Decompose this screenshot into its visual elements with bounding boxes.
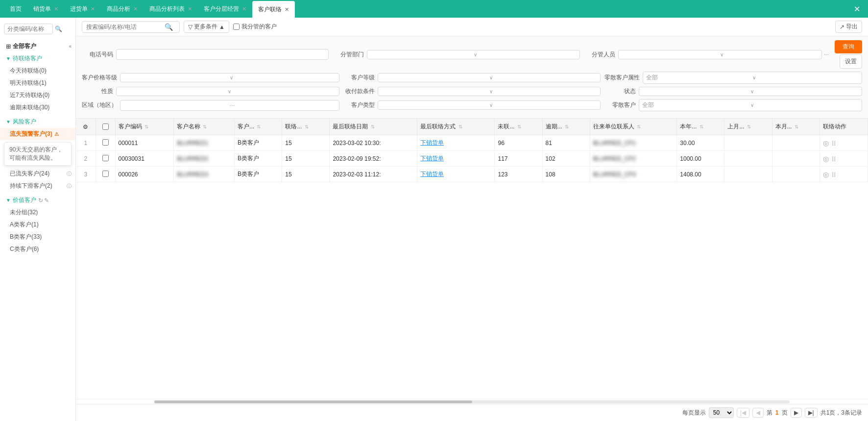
- more-conditions-btn[interactable]: ▽ 更多条件 ▲: [184, 21, 229, 33]
- sidebar-group-title-risk[interactable]: ▼ 风险客户: [0, 116, 75, 128]
- payment-select[interactable]: ∨: [378, 87, 601, 96]
- row-last-type[interactable]: 下销货单: [417, 151, 495, 167]
- col-header-this-month[interactable]: 本月... ⇅: [772, 119, 820, 135]
- manager-select[interactable]: ∨: [618, 50, 822, 59]
- retail-select[interactable]: 全部 ∨: [639, 99, 862, 111]
- col-header-contact-person[interactable]: 往来单位联系人 ⇅: [590, 119, 677, 135]
- query-button[interactable]: 查询: [835, 40, 862, 53]
- col-header-last-type[interactable]: 最后联络方式 ⇅: [417, 119, 495, 135]
- sidebar-group-title-value[interactable]: ▼ 价值客户 ↻ ✎: [0, 194, 75, 206]
- sidebar-item-today[interactable]: 今天待联络(0): [0, 65, 75, 77]
- tab-close-icon[interactable]: ✕: [285, 6, 289, 13]
- row-select-checkbox[interactable]: [102, 139, 109, 146]
- col-header-unlink[interactable]: 未联... ⇅: [495, 119, 542, 135]
- collapse-icon[interactable]: «: [69, 44, 72, 49]
- tab-home[interactable]: 首页: [4, 0, 27, 18]
- table-settings-icon[interactable]: ⚙: [83, 124, 88, 130]
- more-action-icon[interactable]: ⁞⁞: [832, 155, 836, 163]
- dept-select[interactable]: ∨: [367, 50, 579, 59]
- main-search-input[interactable]: [86, 24, 165, 30]
- sidebar-item-overdue[interactable]: 逾期未联络(30): [0, 101, 75, 114]
- sidebar-item-c-class[interactable]: C类客户(6): [0, 243, 75, 255]
- scrollbar-thumb[interactable]: [154, 400, 472, 403]
- sidebar-item-7days[interactable]: 近7天待联络(0): [0, 89, 75, 101]
- contact-icon[interactable]: ◎: [823, 139, 829, 147]
- row-last-type[interactable]: 下销货单: [417, 167, 495, 182]
- export-btn[interactable]: ↗ 导出: [835, 21, 862, 33]
- tab-purchase[interactable]: 进货单 ✕: [64, 0, 101, 18]
- col-header-name[interactable]: 客户名称 ⇅: [174, 119, 235, 135]
- col-header-last-date[interactable]: 最后联络日期 ⇅: [330, 119, 417, 135]
- tab-analysis[interactable]: 商品分析 ✕: [101, 0, 144, 18]
- sidebar-item-declining[interactable]: 持续下滑客户(2) ⓘ: [0, 180, 75, 192]
- tab-close-icon[interactable]: ✕: [91, 6, 95, 12]
- sidebar-item-lost[interactable]: 已流失客户(24) ⓘ: [0, 168, 75, 180]
- row-contact: 15: [282, 167, 330, 182]
- manager-more-btn[interactable]: ···: [822, 51, 831, 58]
- sidebar-item-lost-warning[interactable]: 流失预警客户(3) ⚠: [0, 128, 75, 140]
- sidebar-search-icon[interactable]: 🔍: [55, 25, 62, 32]
- sidebar-item-ungroup[interactable]: 未分组(32): [0, 206, 75, 219]
- contact-icon[interactable]: ◎: [823, 155, 829, 163]
- status-select[interactable]: ∨: [639, 87, 862, 96]
- region-select[interactable]: ···: [120, 100, 339, 111]
- chevron-down-icon: ∨: [228, 89, 336, 94]
- my-customers-checkbox-label[interactable]: 我分管的客户: [233, 23, 277, 31]
- tab-customer-layer[interactable]: 客户分层经营 ✕: [198, 0, 252, 18]
- last-page-btn[interactable]: ▶|: [805, 408, 818, 418]
- price-grade-select[interactable]: ∨: [120, 73, 339, 82]
- col-header-type[interactable]: 客户... ⇅: [235, 119, 282, 135]
- row-checkbox[interactable]: [96, 135, 115, 151]
- col-header-this-year[interactable]: 本年... ⇅: [677, 119, 724, 135]
- per-page-select[interactable]: 50 100: [709, 407, 734, 418]
- sidebar-group-title-pending[interactable]: ▼ 待联络客户: [0, 52, 75, 65]
- edit-group-icon[interactable]: ✎: [44, 197, 49, 204]
- setting-button[interactable]: 设置: [840, 54, 862, 69]
- row-last-type[interactable]: 下销货单: [417, 135, 495, 151]
- main-search-icon[interactable]: 🔍: [165, 23, 173, 31]
- contact-icon[interactable]: ◎: [823, 171, 829, 178]
- select-all-checkbox[interactable]: [102, 124, 109, 130]
- grade-select[interactable]: ∨: [378, 73, 601, 82]
- refresh-icon[interactable]: ↻: [38, 197, 43, 204]
- row-select-checkbox[interactable]: [102, 155, 109, 161]
- horizontal-scrollbar[interactable]: [76, 399, 868, 404]
- row-checkbox[interactable]: [96, 151, 115, 167]
- advanced-filter: 电话号码 分管部门 ∨ 分管人员 ∨: [76, 36, 868, 119]
- col-header-contact[interactable]: 联络... ⇅: [282, 119, 330, 135]
- tab-close-icon[interactable]: ✕: [133, 6, 138, 12]
- window-close-button[interactable]: ✕: [850, 4, 864, 14]
- customer-type-select[interactable]: ∨: [378, 100, 601, 110]
- region-more-btn[interactable]: ···: [228, 102, 336, 109]
- sidebar-group-value: ▼ 价值客户 ↻ ✎ 未分组(32) A类客户(1) B类客户(33) C类客户…: [0, 194, 75, 255]
- more-action-icon[interactable]: ⁞⁞: [832, 171, 836, 178]
- next-page-btn[interactable]: ▶: [791, 408, 802, 418]
- row-overdue: 102: [542, 151, 590, 167]
- sidebar-search-input[interactable]: [4, 24, 53, 34]
- row-select-checkbox[interactable]: [102, 171, 109, 177]
- row-action: ◎ ⁞⁞: [820, 167, 868, 182]
- more-action-icon[interactable]: ⁞⁞: [832, 139, 836, 147]
- sidebar-item-b-class[interactable]: B类客户(33): [0, 231, 75, 243]
- row-type: B类客户: [235, 135, 282, 151]
- col-header-last-month[interactable]: 上月... ⇅: [724, 119, 772, 135]
- gender-select[interactable]: ∨: [116, 87, 339, 96]
- sidebar-all-customers[interactable]: ⊞ 全部客户 «: [0, 40, 75, 52]
- tab-customer-contact[interactable]: 客户联络 ✕: [252, 1, 295, 18]
- col-header-overdue[interactable]: 逾期... ⇅: [542, 119, 590, 135]
- tab-close-icon[interactable]: ✕: [54, 6, 58, 12]
- tab-analysis-list[interactable]: 商品分析列表 ✕: [144, 0, 198, 18]
- prev-page-btn[interactable]: ◀: [752, 408, 764, 418]
- tab-close-icon[interactable]: ✕: [188, 6, 192, 12]
- col-header-code[interactable]: 客户编码 ⇅: [115, 119, 174, 135]
- tab-sales[interactable]: 销货单 ✕: [27, 0, 64, 18]
- my-customers-checkbox[interactable]: [233, 24, 240, 30]
- phone-input[interactable]: [116, 49, 329, 60]
- settings-column-header[interactable]: ⚙: [76, 119, 96, 135]
- retail-attr-select[interactable]: 全部 ∨: [643, 72, 862, 84]
- tab-close-icon[interactable]: ✕: [242, 6, 246, 12]
- first-page-btn[interactable]: |◀: [737, 408, 749, 418]
- row-checkbox[interactable]: [96, 167, 115, 182]
- sidebar-item-tomorrow[interactable]: 明天待联络(1): [0, 77, 75, 89]
- sidebar-item-a-class[interactable]: A类客户(1): [0, 219, 75, 231]
